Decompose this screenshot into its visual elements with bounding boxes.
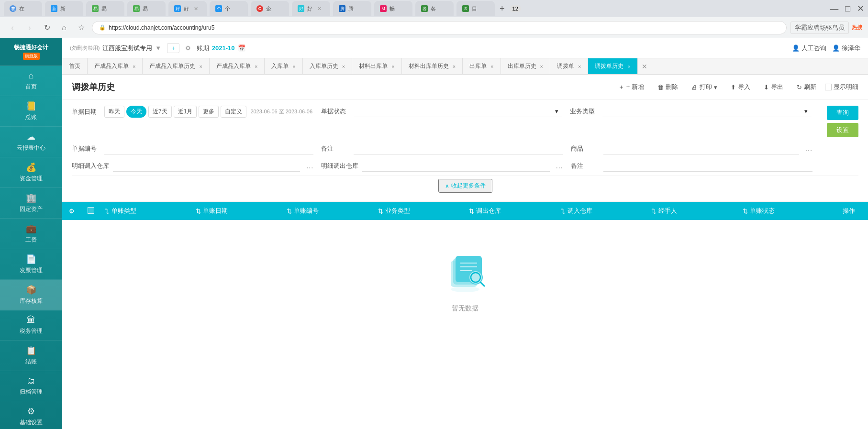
close-button[interactable]: ✕ [857,3,864,14]
settings-button[interactable]: 设置 [827,123,858,137]
browser-tab-1[interactable]: 在 在 [4,1,42,16]
tab-tab10[interactable]: 调拨单 × [550,58,588,74]
tab-tab7[interactable]: 材料出库单历史 × [402,58,463,74]
tab-close-2[interactable]: × [199,64,202,69]
maximize-button[interactable]: □ [845,4,850,14]
tab-close-6[interactable]: × [391,64,394,69]
service-button[interactable]: 👤 人工咨询 [792,44,826,53]
th-in-warehouse[interactable]: ⇅ 调入仓库 [556,202,648,220]
date-btn-more[interactable]: 更多 [199,106,219,118]
th-status[interactable]: ⇅ 单账状态 [739,202,830,220]
add-company-button[interactable]: + [167,43,179,53]
tab-close-3[interactable]: × [255,64,257,69]
display-toggle[interactable]: 显示明细 [825,83,858,91]
tab-tab8[interactable]: 出库单 × [463,58,501,74]
status-select[interactable]: ▾ [354,106,563,117]
th-checkbox[interactable] [81,202,100,220]
new-tab-button[interactable]: + [498,4,507,14]
tab-tab3[interactable]: 产成品入库单 × [210,58,265,74]
th-date[interactable]: ⇅ 单账日期 [192,202,283,220]
refresh-button[interactable]: ↻ 刷新 [792,80,821,94]
date-btn-today[interactable]: 今天 [126,106,146,118]
sidebar-item-settle[interactable]: 📋 结账 [0,341,62,371]
tab-tab6[interactable]: 材料出库单 × [352,58,401,74]
browser-tab-5[interactable]: 好 好 ✕ [168,1,207,16]
tabs-close-all[interactable]: ✕ [638,59,651,74]
browser-tab-11[interactable]: 各 各 [415,1,454,16]
back-button[interactable]: ‹ [6,21,19,34]
tab-tab2[interactable]: 产成品入库单历史 × [143,58,209,74]
th-no[interactable]: ⇅ 单账编号 [283,202,374,220]
sidebar-item-archive[interactable]: 🗂 归档管理 [0,371,62,401]
tab-close-8[interactable]: ✕ [317,6,322,12]
sidebar-item-invoice[interactable]: 📄 发票管理 [0,249,62,280]
browser-tab-10[interactable]: M 畅 [374,1,412,16]
print-button[interactable]: 🖨 打印 ▾ [687,80,722,94]
browser-tab-6[interactable]: 个 个 [210,1,248,16]
tab-tab1[interactable]: 产成品入库单 × [88,58,143,74]
docno-input[interactable] [104,143,313,154]
calendar-icon[interactable]: 📅 [238,44,245,52]
date-btn-1month[interactable]: 近1月 [174,106,197,118]
display-checkbox[interactable] [825,84,832,90]
tab-close-11[interactable]: × [627,64,630,69]
tab-close-8[interactable]: × [490,64,493,69]
home-button[interactable]: ⌂ [57,21,71,34]
tab-close-10[interactable]: × [578,64,581,69]
th-out-warehouse[interactable]: ⇅ 调出仓库 [465,202,556,220]
browser-tab-4[interactable]: 易 易 [127,1,166,16]
tab-close-4[interactable]: × [292,64,295,69]
tab-tab4[interactable]: 入库单 × [265,58,302,74]
tab-close-5[interactable]: × [342,64,345,69]
refresh-button[interactable]: ↻ [40,21,54,34]
tab-close-5[interactable]: ✕ [194,6,198,12]
detail-in-more-icon[interactable]: … [306,162,313,170]
remark2-input[interactable] [603,160,812,172]
browser-tab-12[interactable]: S 目 [456,1,495,16]
th-biz-type[interactable]: ⇅ 业务类型 [374,202,466,220]
tab-tab11[interactable]: 调拨单历史 × [588,58,637,74]
tab-close-9[interactable]: × [540,64,543,69]
sidebar-item-wages[interactable]: 💼 工资 [0,219,62,249]
goods-more-icon[interactable]: … [805,144,812,153]
browser-tab-8[interactable]: 好 好 ✕ [292,1,330,16]
tab-home[interactable]: 首页 [62,58,88,74]
th-settings[interactable]: ⚙ [62,203,81,220]
th-type[interactable]: ⇅ 单账类型 [100,202,192,220]
settings-gear-icon[interactable]: ⚙ [185,44,191,52]
tab-close-1[interactable]: × [133,64,135,69]
sidebar-item-inventory[interactable]: 📦 库存核算 [0,280,62,310]
tab-close-7[interactable]: × [453,64,456,69]
browser-tab-7[interactable]: C 企 [251,1,289,16]
tab-tab5[interactable]: 入库单历史 × [303,58,352,74]
detail-out-input[interactable] [362,160,549,172]
export-button[interactable]: ⬇ 导出 [759,80,788,94]
date-btn-yesterday[interactable]: 昨天 [104,106,124,118]
user-button[interactable]: 👤 徐泽华 [832,44,860,53]
date-btn-custom[interactable]: 自定义 [221,106,246,118]
company-selector[interactable]: (勿删勿禁用) 江西服宝测试专用 ▼ [70,44,161,53]
import-button[interactable]: ⬆ 导入 [726,80,755,94]
browser-tab-2[interactable]: 新 新 [45,1,83,16]
detail-in-input[interactable] [113,160,300,172]
sidebar-item-ledger[interactable]: 📒 总账 [0,96,62,127]
sidebar-item-reports[interactable]: ☁ 云报表中心 [0,127,62,157]
detail-out-more-icon[interactable]: … [556,162,563,170]
th-handler[interactable]: ⇅ 经手人 [647,202,739,220]
select-all-checkbox[interactable] [88,207,94,214]
remark-input[interactable] [354,143,563,154]
query-button[interactable]: 查询 [827,106,858,120]
date-btn-7days[interactable]: 近7天 [148,106,172,118]
collapse-button[interactable]: ∧ 收起更多条件 [438,179,492,193]
new-button[interactable]: ＋ + 新增 [613,80,649,94]
sidebar-item-settings[interactable]: ⚙ 基础设置 [0,401,62,429]
sidebar-item-tax[interactable]: 🏛 税务管理 [0,310,62,341]
bookmark-button[interactable]: ☆ [75,21,88,34]
sidebar-item-home[interactable]: ⌂ 首页 [0,66,62,96]
sidebar-item-fixed[interactable]: 🏢 固定资产 [0,188,62,219]
delete-button[interactable]: 🗑 删除 [653,80,683,94]
address-bar[interactable]: 🔒 https://cloud.chanjet.com/accounting/u… [92,21,787,34]
company-dropdown-icon[interactable]: ▼ [155,44,161,52]
biz-type-select[interactable]: ▾ [602,106,812,117]
forward-button[interactable]: › [23,21,36,34]
